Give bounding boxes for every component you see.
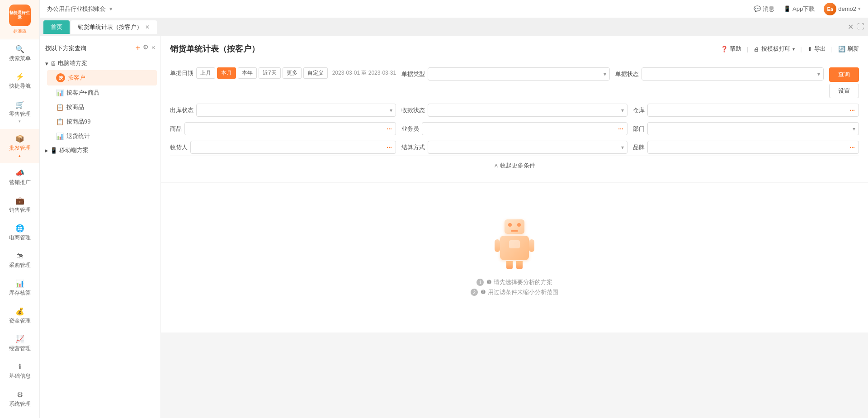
empty-hint-2: 2 ❷ 用过滤条件来缩小分析范围 bbox=[471, 288, 558, 296]
company-dropdown-icon[interactable]: ▾ bbox=[109, 5, 113, 12]
sidebar-item-marketing[interactable]: 📣 营销推广 bbox=[0, 163, 39, 191]
ecommerce-label: 电商管理 bbox=[9, 234, 31, 241]
sidebar-item-search-menu[interactable]: 🔍 搜索菜单 bbox=[0, 39, 39, 67]
hint-num-2: 2 bbox=[471, 289, 478, 296]
brand-input[interactable] bbox=[648, 141, 849, 153]
by-customer-label: 按客户 bbox=[68, 74, 85, 82]
refresh-btn[interactable]: 🔄 刷新 bbox=[838, 45, 859, 53]
sidebar-item-wholesale[interactable]: 📦 批发管理 ▴ bbox=[0, 129, 39, 163]
export-label: 导出 bbox=[814, 45, 826, 53]
tree-item-by-goods[interactable]: 📋 按商品 bbox=[47, 100, 157, 114]
date-btn-more[interactable]: 更多 bbox=[283, 67, 302, 79]
sidebar-item-inventory[interactable]: 📊 库存核算 bbox=[0, 274, 39, 301]
template-print-btn[interactable]: 🖨 按模板打印 ▾ bbox=[754, 45, 795, 53]
date-btn-last-month[interactable]: 上月 bbox=[196, 67, 215, 79]
tree-item-return-stats[interactable]: 📊 退货统计 bbox=[47, 129, 157, 143]
receiver-input[interactable] bbox=[191, 141, 387, 153]
user-avatar: Ea bbox=[824, 3, 836, 15]
brand-input-wrap: ··· bbox=[647, 141, 859, 154]
settle-method-select[interactable] bbox=[428, 141, 627, 154]
panel-tree-title: 按以下方案查询 bbox=[45, 44, 86, 52]
out-status-label: 出库状态 bbox=[170, 106, 193, 114]
inventory-label: 库存核算 bbox=[9, 290, 31, 296]
collapse-more-btn[interactable]: ∧ 收起更多条件 bbox=[488, 160, 541, 171]
dept-select-wrap: ▾ bbox=[647, 122, 859, 135]
brand-dots-btn[interactable]: ··· bbox=[849, 144, 859, 151]
retail-arrow: ▾ bbox=[19, 119, 21, 124]
doc-type-select[interactable] bbox=[428, 67, 610, 81]
goods-input[interactable] bbox=[185, 123, 387, 135]
pc-group-icon: 🖥 bbox=[50, 60, 56, 67]
app-download-btn[interactable]: 📱 App下载 bbox=[783, 5, 815, 13]
robot-mouth bbox=[511, 230, 518, 232]
search-menu-icon: 🔍 bbox=[15, 45, 24, 53]
sidebar-item-finance[interactable]: 💰 资金管理 bbox=[0, 302, 39, 329]
user-menu[interactable]: Ea demo2 ▾ bbox=[824, 3, 861, 15]
topbar: 办公用品行业模拟账套 ▾ 💬 消息 📱 App下载 Ea demo2 ▾ bbox=[40, 0, 868, 18]
message-label: 消息 bbox=[763, 5, 774, 13]
doc-type-label: 单据类型 bbox=[401, 70, 425, 78]
collect-status-select[interactable] bbox=[428, 104, 627, 117]
pc-group-chevron: ▾ bbox=[45, 60, 48, 67]
message-btn[interactable]: 💬 消息 bbox=[754, 5, 774, 13]
goods-dots-btn[interactable]: ··· bbox=[387, 125, 396, 133]
tab-home[interactable]: 首页 bbox=[43, 20, 70, 34]
action-divider-2: | bbox=[800, 46, 802, 52]
content-wrapper: 按以下方案查询 + ⚙ « ▾ 🖥 电脑端方案 按 按客户 bbox=[40, 36, 868, 418]
salesperson-input[interactable] bbox=[422, 123, 618, 135]
sys-mgmt-icon: ⚙ bbox=[17, 390, 23, 399]
dept-select[interactable] bbox=[647, 122, 859, 135]
sidebar-item-sys-mgmt[interactable]: ⚙ 系统管理 bbox=[0, 385, 39, 413]
sidebar-item-sales[interactable]: 💼 销售管理 bbox=[0, 191, 39, 218]
tree-group-pc-label[interactable]: ▾ 🖥 电脑端方案 bbox=[43, 57, 157, 70]
sidebar-item-retail[interactable]: 🛒 零售管理 ▾ bbox=[0, 95, 39, 129]
settle-method-label: 结算方式 bbox=[401, 143, 425, 152]
operations-icon: 📈 bbox=[15, 335, 24, 343]
sidebar-item-quick-nav[interactable]: ⚡ 快捷导航 bbox=[0, 67, 39, 95]
tree-group-mobile-label[interactable]: ▸ 📱 移动端方案 bbox=[43, 143, 157, 157]
tab-maximize-icon[interactable]: ⛶ bbox=[857, 23, 864, 31]
help-icon: ❓ bbox=[721, 46, 728, 52]
logo-subtitle: 标准版 bbox=[13, 28, 27, 34]
robot-body bbox=[500, 236, 529, 260]
sidebar-item-enterprise-collab[interactable]: 🤝 企业协同 bbox=[0, 413, 39, 418]
tabbar: 首页 销货单统计表（按客户） ✕ ✕ ⛶ bbox=[40, 18, 868, 36]
out-status-select[interactable] bbox=[196, 104, 396, 117]
warehouse-dots-btn[interactable]: ··· bbox=[849, 107, 859, 114]
sidebar-item-basic-info[interactable]: ℹ 基础信息 bbox=[0, 357, 39, 385]
settings-plan-btn[interactable]: ⚙ bbox=[143, 43, 149, 53]
finance-icon: 💰 bbox=[15, 307, 24, 316]
tab-minimize-icon[interactable]: ✕ bbox=[848, 23, 854, 31]
panel-tree-actions: + ⚙ « bbox=[136, 43, 155, 53]
tab-sales-stat-label: 销货单统计表（按客户） bbox=[78, 23, 142, 31]
export-btn[interactable]: ⬆ 导出 bbox=[807, 45, 826, 53]
tree-item-by-goods-99[interactable]: 📋 按商品99 bbox=[47, 114, 157, 129]
sidebar-item-operations[interactable]: 📈 经营管理 bbox=[0, 329, 39, 357]
tree-item-by-customer-goods[interactable]: 📊 按客户+商品 bbox=[47, 86, 157, 100]
sidebar-item-purchase[interactable]: 🛍 采购管理 bbox=[0, 247, 39, 274]
salesperson-dots-btn[interactable]: ··· bbox=[618, 125, 627, 133]
warehouse-input[interactable] bbox=[648, 104, 849, 116]
settings-button[interactable]: 设置 bbox=[829, 84, 859, 98]
doc-status-select[interactable] bbox=[642, 67, 824, 81]
tab-sales-stat[interactable]: 销货单统计表（按客户） ✕ bbox=[71, 20, 157, 34]
receiver-label: 收货人 bbox=[170, 143, 188, 152]
by-goods-label: 按商品 bbox=[66, 103, 84, 111]
date-btn-last-7-days[interactable]: 近7天 bbox=[259, 67, 281, 79]
operations-label: 经营管理 bbox=[9, 345, 31, 352]
goods-input-wrap: ··· bbox=[184, 122, 396, 135]
tree-item-by-customer[interactable]: 按 按客户 bbox=[47, 70, 157, 86]
date-btn-this-year[interactable]: 本年 bbox=[238, 67, 257, 79]
robot-eye-left bbox=[508, 223, 512, 227]
by-customer-icon: 按 bbox=[56, 73, 65, 82]
query-button[interactable]: 查询 bbox=[829, 67, 859, 82]
help-btn[interactable]: ❓ 帮助 bbox=[721, 45, 741, 53]
receiver-dots-btn[interactable]: ··· bbox=[387, 144, 396, 151]
robot-container bbox=[500, 219, 529, 269]
collapse-panel-btn[interactable]: « bbox=[151, 43, 155, 53]
sidebar-item-ecommerce[interactable]: 🌐 电商管理 bbox=[0, 218, 39, 246]
tab-sales-stat-close[interactable]: ✕ bbox=[145, 24, 150, 30]
add-plan-btn[interactable]: + bbox=[136, 43, 141, 53]
date-btn-custom[interactable]: 自定义 bbox=[303, 67, 328, 79]
date-btn-this-month[interactable]: 本月 bbox=[217, 67, 236, 79]
